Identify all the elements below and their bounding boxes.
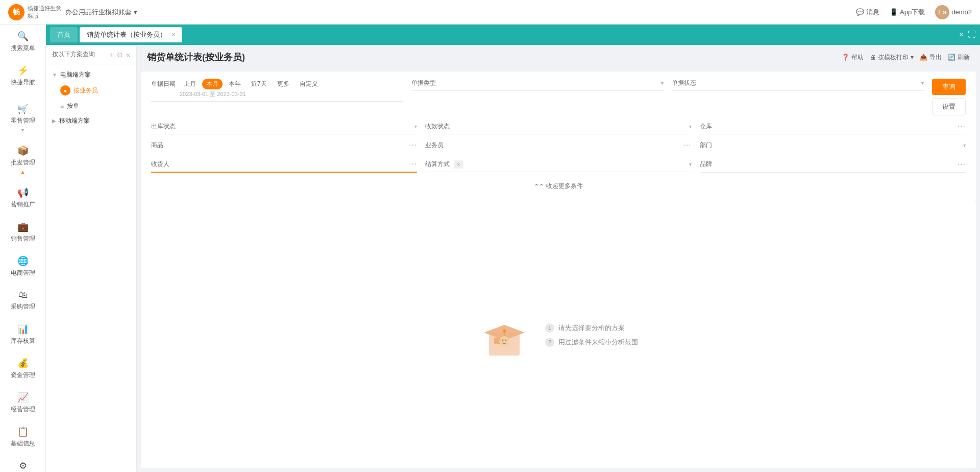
filter-row-4: 收货人 ··· 结算方式 × ▾	[151, 159, 966, 173]
date-this-year-btn[interactable]: 本年	[225, 79, 245, 89]
app-download-btn[interactable]: 📱 App下载	[890, 8, 925, 17]
user-avatar-btn[interactable]: Ea demo2	[935, 5, 972, 19]
tree-sub-item-sales-rep[interactable]: ● 按业务员	[46, 82, 136, 99]
payment-label: 收款状态	[425, 122, 452, 131]
date-this-month-btn[interactable]: 本月	[202, 79, 223, 89]
tab-maximize-btn[interactable]: ⛶	[968, 30, 976, 39]
warehouse-dots-icon: ···	[958, 122, 966, 131]
settings-scheme-btn[interactable]: ⊙	[117, 51, 123, 59]
filter-warehouse-field[interactable]: 仓库 ···	[700, 122, 966, 134]
tip-num-2: 2	[545, 338, 554, 347]
paymethod-chevron-icon: ▾	[689, 161, 692, 167]
filter-row-3: 商品 ··· 业务员 ··· 部门	[151, 140, 966, 153]
filter-row-1: 单据日期 上月 本月 本年 近7天 更多 自定义 2023-03-01 至 20…	[151, 79, 966, 115]
tree-item-pc[interactable]: ▼ 电脑端方案	[46, 67, 136, 82]
svg-point-5	[505, 339, 507, 341]
filter-consignee-field[interactable]: 收货人 ···	[151, 159, 417, 173]
tree-pc-label: 电脑端方案	[60, 70, 91, 79]
tab-active-label: 销货单统计表（按业务员）	[87, 30, 166, 39]
tab-bar: 首页 销货单统计表（按业务员） × × ⛶	[46, 25, 980, 45]
print-btn[interactable]: 🖨 按模板打印 ▾	[870, 53, 914, 62]
tab-minimize-btn[interactable]: ×	[959, 30, 964, 39]
filter-brand-field[interactable]: 品牌 ···	[700, 160, 966, 173]
tab-active[interactable]: 销货单统计表（按业务员） ×	[80, 27, 182, 42]
sidebar-item-sales[interactable]: 💼 销售管理	[0, 215, 45, 249]
filter-row-2: 出库状态 ▾ 收款状态 ▾ 仓库	[151, 122, 966, 134]
left-panel-header: 按以下方案查询 + ⊙ «	[46, 45, 136, 64]
right-main: 销货单统计表(按业务员) ❓ 帮助 🖨 按模板打印 ▾	[137, 45, 980, 472]
purchase-icon: 🛍	[18, 290, 28, 300]
tab-close-icon[interactable]: ×	[172, 31, 175, 38]
empty-tip-1: 1 请先选择要分析的方案	[545, 323, 638, 333]
filter-doctype-field[interactable]: 单据类型 ▾	[411, 79, 664, 91]
settings-button[interactable]: 设置	[932, 98, 966, 115]
filter-payment-field[interactable]: 收款状态 ▾	[425, 122, 691, 134]
svg-point-7	[503, 329, 506, 333]
tip-num-1: 1	[545, 323, 554, 333]
avatar: Ea	[935, 5, 949, 19]
filter-salesrep-field[interactable]: 业务员 ···	[425, 140, 691, 153]
consignee-label: 收货人	[151, 160, 178, 169]
filter-date-field: 单据日期 上月 本月 本年 近7天 更多 自定义 2023-03-01 至 20…	[151, 79, 403, 102]
date-custom-btn[interactable]: 自定义	[296, 79, 322, 89]
doctype-chevron-icon: ▾	[661, 80, 664, 86]
inventory-icon: 📊	[17, 323, 29, 335]
goods-label: 商品	[151, 141, 178, 150]
doctype-label: 单据类型	[411, 79, 438, 87]
docstatus-label: 单据状态	[672, 79, 698, 87]
top-bar: 畅 畅捷通好生意 标版 办公用品行业模拟账套 ▾ 💬 消息 📱 App下载 Ea	[0, 0, 980, 25]
sidebar-item-ecommerce[interactable]: 🌐 电商管理	[0, 249, 45, 284]
collapse-btn[interactable]: ⌃⌃ 收起更多条件	[151, 178, 966, 195]
refresh-btn[interactable]: 🔄 刷新	[948, 53, 970, 62]
collapse-up-icon: ⌃⌃	[534, 183, 544, 190]
tree-item-mobile[interactable]: ▶ 移动端方案	[46, 113, 136, 128]
operation-icon: 📈	[17, 392, 29, 403]
paymethod-tag-close[interactable]: ×	[457, 161, 460, 168]
tree-sub-item-order[interactable]: ≡ 按单	[46, 99, 136, 113]
sidebar-item-finance[interactable]: 💰 资金管理	[0, 351, 45, 386]
sidebar-item-system[interactable]: ⚙ 系统管理	[0, 454, 45, 472]
page-actions: ❓ 帮助 🖨 按模板打印 ▾ 📤 导出	[842, 53, 970, 62]
salesrep-label: 业务员	[425, 141, 452, 150]
date-more-btn[interactable]: 更多	[273, 79, 293, 89]
ecommerce-icon: 🌐	[17, 255, 29, 267]
sidebar-item-marketing[interactable]: 📢 营销推广	[0, 181, 45, 215]
stock-chevron-icon: ▾	[414, 124, 417, 129]
payment-chevron-icon: ▾	[689, 124, 692, 129]
sales-icon: 💼	[17, 221, 29, 232]
sidebar-item-wholesale[interactable]: 📦 批发管理 ▲	[0, 139, 45, 181]
main-layout: 🔍 搜索菜单 ⚡ 快捷导航 🛒 零售管理 ▼ 📦 批发管理 ▲ 📢 营销推广	[0, 25, 980, 472]
sidebar-item-purchase[interactable]: 🛍 采购管理	[0, 284, 45, 317]
query-button[interactable]: 查询	[932, 79, 966, 95]
sidebar-item-inventory[interactable]: 📊 库存核算	[0, 317, 45, 351]
sidebar-item-retail[interactable]: 🛒 零售管理 ▼	[0, 97, 45, 139]
message-btn[interactable]: 💬 消息	[856, 8, 879, 17]
refresh-icon: 🔄	[948, 54, 955, 61]
sidebar-item-shortcut[interactable]: ⚡ 快捷导航	[0, 59, 45, 93]
filter-stock-field[interactable]: 出库状态 ▾	[151, 122, 417, 134]
sidebar-item-basic[interactable]: 📋 基础信息	[0, 420, 45, 454]
page-header: 销货单统计表(按业务员) ❓ 帮助 🖨 按模板打印 ▾	[137, 45, 980, 67]
content-area: 首页 销货单统计表（按业务员） × × ⛶ 按以下方案查询	[46, 25, 980, 472]
empty-state: 1 请先选择要分析的方案 2 用过滤条件来缩小分析范围	[141, 279, 976, 391]
filter-goods-field[interactable]: 商品 ···	[151, 140, 417, 153]
date-last7-btn[interactable]: 近7天	[247, 79, 271, 89]
tree-order-label: 按单	[67, 102, 79, 110]
action-column: 查询 设置	[932, 79, 966, 115]
filter-docstatus-field[interactable]: 单据状态 ▾	[672, 79, 924, 91]
help-btn[interactable]: ❓ 帮助	[842, 53, 864, 62]
tab-bar-actions: × ⛶	[959, 30, 976, 39]
sidebar-item-operation[interactable]: 📈 经营管理	[0, 386, 45, 420]
date-last-month-btn[interactable]: 上月	[180, 79, 200, 89]
filter-paymethod-field[interactable]: 结算方式 × ▾	[425, 160, 691, 172]
tab-home[interactable]: 首页	[50, 27, 78, 42]
app-name[interactable]: 办公用品行业模拟账套 ▾	[61, 8, 856, 17]
svg-point-4	[502, 339, 504, 341]
filter-dept-field[interactable]: 部门 ▾	[700, 141, 966, 153]
export-btn[interactable]: 📤 导出	[920, 53, 942, 62]
logo-text: 畅捷通好生意 标版	[28, 5, 61, 19]
add-scheme-btn[interactable]: +	[110, 51, 114, 59]
stock-label: 出库状态	[151, 122, 178, 131]
sidebar-item-search[interactable]: 🔍 搜索菜单	[0, 25, 45, 59]
collapse-panel-btn[interactable]: «	[126, 51, 130, 59]
